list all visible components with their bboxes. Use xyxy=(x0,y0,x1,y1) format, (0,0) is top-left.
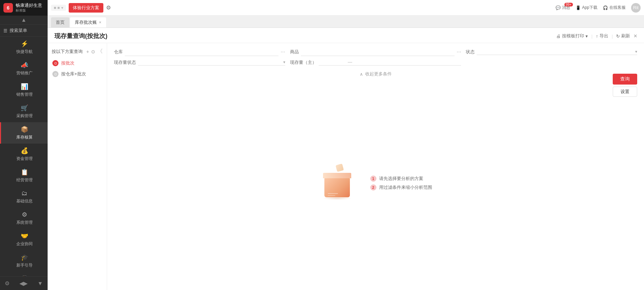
inventory-qty-from[interactable] xyxy=(319,59,346,65)
newbie-icon: 🎓 xyxy=(21,254,28,261)
divider2: | xyxy=(612,34,613,39)
plan-settings-button[interactable]: ⊙ xyxy=(91,49,95,54)
panel-collapse-button[interactable]: 《 xyxy=(97,48,103,55)
plan-item-by-warehouse-batch[interactable]: ⊙ 按仓库+批次 xyxy=(48,69,107,79)
enterprise-icon: 🤝 xyxy=(21,232,28,240)
sales-icon: 📊 xyxy=(21,83,28,90)
headset-icon: 🎧 xyxy=(603,5,608,10)
sidebar-collapse-btn[interactable]: ◀▶ xyxy=(19,280,28,287)
add-plan-button[interactable]: + xyxy=(86,49,89,54)
status-dropdown[interactable]: ▾ xyxy=(477,49,637,55)
sidebar: 6 畅康通好生意 标准版 ▲ ☰ 搜索菜单 ⚡ 快捷导航 📣 营销推广 📊 销售… xyxy=(0,0,48,290)
divider1: | xyxy=(591,34,592,39)
online-service-button[interactable]: 🎧 在线客服 xyxy=(603,5,626,11)
print-icon: 🖨 xyxy=(556,34,561,39)
inventory-qty-filter: 现存量（主） — xyxy=(290,59,461,66)
app-version: 标准版 xyxy=(16,8,42,13)
inventory-status-label: 现存量状态 xyxy=(114,59,136,66)
app-download-button[interactable]: 📱 App下载 xyxy=(576,5,597,11)
plan-label-by-batch: 按批次 xyxy=(61,60,74,66)
left-panel-title: 按以下方案查询 xyxy=(52,49,83,55)
app-download-icon: 📱 xyxy=(576,5,581,10)
export-button[interactable]: ↑ 导出 xyxy=(596,33,609,39)
breadcrumb-text: ■ ■ xyxy=(54,5,60,10)
inventory-qty-to[interactable] xyxy=(354,59,382,65)
experience-industry-button[interactable]: 体验行业方案 xyxy=(69,3,103,13)
filter-row-1: 仓库 ··· 商品 ··· 状态 ▾ xyxy=(114,48,637,56)
inventory-status-filter: 现存量状态 ▾ xyxy=(114,59,285,66)
sidebar-item-label: 资金管理 xyxy=(16,156,33,162)
sidebar-item-label: 企业协同 xyxy=(16,241,33,247)
tip1-text: 请先选择要分析的方案 xyxy=(379,176,423,182)
sidebar-scroll-up[interactable]: ▲ xyxy=(21,17,27,23)
empty-tips: 1 请先选择要分析的方案 2 用过滤条件来缩小分析范围 xyxy=(370,176,432,191)
messages-badge: 99+ xyxy=(564,3,573,6)
basic-info-icon: 🗂 xyxy=(21,190,28,197)
app-download-label: App下载 xyxy=(582,5,597,11)
sidebar-item-label: 基础信息 xyxy=(16,198,33,204)
topbar-settings-icon[interactable]: ⚙ xyxy=(106,4,111,11)
warehouse-label: 仓库 xyxy=(114,49,123,55)
left-plan-panel: 按以下方案查询 + ⊙ 《 ⊙ 按批次 ⊙ 按仓库+批次 xyxy=(48,43,107,290)
quick-nav-icon: ⚡ xyxy=(21,40,28,48)
main-area: ■ ■ ▾ 体验行业方案 ⚙ 💬 消息 99+ 📱 App下载 🎧 在线客服 R… xyxy=(48,0,644,290)
refresh-button[interactable]: ↻ 刷新 xyxy=(616,33,630,39)
sidebar-item-enterprise[interactable]: 🤝 企业协同 xyxy=(0,229,48,250)
sidebar-item-marketing[interactable]: 📣 营销推广 xyxy=(0,58,48,79)
tab-inventory-batch-label: 库存批次账 xyxy=(75,19,97,25)
query-button[interactable]: 查询 xyxy=(613,74,637,85)
filter-row-2: 现存量状态 ▾ 现存量（主） — xyxy=(114,59,637,66)
page-title: 现存量查询(按批次) xyxy=(54,32,107,40)
sidebar-item-inventory[interactable]: 📦 库存核算 xyxy=(0,122,48,144)
system-icon: ⚙ xyxy=(22,211,27,218)
sidebar-item-operations[interactable]: 📋 经营管理 xyxy=(0,165,48,186)
sidebar-item-newbie[interactable]: 🎓 新手引导 xyxy=(0,250,48,272)
tip2-text: 用过滤条件来缩小分析范围 xyxy=(379,184,432,191)
warehouse-input[interactable] xyxy=(125,48,278,56)
settings-button[interactable]: 设置 xyxy=(613,87,637,97)
tab-close-button[interactable]: × xyxy=(99,20,101,25)
user-avatar[interactable]: Rit xyxy=(631,3,641,13)
sidebar-search-area: ☰ 搜索菜单 xyxy=(0,25,48,37)
tab-home[interactable]: 首页 xyxy=(51,17,69,28)
sidebar-item-quick-nav[interactable]: ⚡ 快捷导航 xyxy=(0,37,48,58)
tabbar: 首页 库存批次账 × xyxy=(48,16,644,28)
search-menu-button[interactable]: ☰ 搜索菜单 xyxy=(3,28,44,34)
collapse-more-button[interactable]: ∧ 收起更多条件 xyxy=(360,71,392,77)
sidebar-item-sales[interactable]: 📊 销售管理 xyxy=(0,79,48,101)
product-input[interactable] xyxy=(301,48,455,56)
product-label: 商品 xyxy=(290,49,299,55)
sidebar-item-label: 库存核算 xyxy=(16,134,33,140)
tab-inventory-batch[interactable]: 库存批次账 × xyxy=(70,17,106,28)
sidebar-item-basic-info[interactable]: 🗂 基础信息 xyxy=(0,186,48,207)
box-stripe1 xyxy=(328,193,338,194)
status-filter: 状态 ▾ xyxy=(466,49,637,55)
collapse-actions: ∧ 收起更多条件 xyxy=(114,71,637,77)
print-button[interactable]: 🖨 按模板打印 ▾ xyxy=(556,33,588,39)
plan-label-by-warehouse-batch: 按仓库+批次 xyxy=(61,71,86,77)
plan-icon-batch: ⊙ xyxy=(52,60,58,66)
inventory-status-dropdown[interactable]: ▾ xyxy=(138,60,285,66)
sidebar-item-purchase[interactable]: 🛒 采购管理 xyxy=(0,101,48,122)
sidebar-item-label: 销售管理 xyxy=(16,92,33,97)
app-title: 畅康通好生意 xyxy=(16,3,42,8)
refresh-label: 刷新 xyxy=(621,33,630,39)
sidebar-settings-btn[interactable]: ⚙ xyxy=(5,280,10,287)
refresh-icon: ↻ xyxy=(616,34,620,39)
sidebar-item-label: 新手引导 xyxy=(16,262,33,268)
tip1-number: 1 xyxy=(370,176,376,182)
warehouse-more-button[interactable]: ··· xyxy=(281,49,285,55)
plan-item-by-batch[interactable]: ⊙ 按批次 xyxy=(48,58,107,69)
sidebar-scroll-down[interactable]: ▼ xyxy=(37,280,43,287)
product-more-button[interactable]: ··· xyxy=(457,49,461,55)
empty-tip-1: 1 请先选择要分析的方案 xyxy=(370,176,432,182)
close-panel-button[interactable]: × xyxy=(633,33,637,40)
sidebar-item-system[interactable]: ⚙ 系统管理 xyxy=(0,207,48,229)
box-stripe2 xyxy=(328,195,335,196)
operations-icon: 📋 xyxy=(21,168,28,176)
range-separator: — xyxy=(348,59,352,65)
messages-button[interactable]: 💬 消息 99+ xyxy=(556,5,570,11)
sidebar-item-app-center[interactable]: 📱 应用中心 xyxy=(0,272,48,276)
sidebar-item-finance[interactable]: 💰 资金管理 xyxy=(0,144,48,165)
message-icon: 💬 xyxy=(556,5,561,10)
